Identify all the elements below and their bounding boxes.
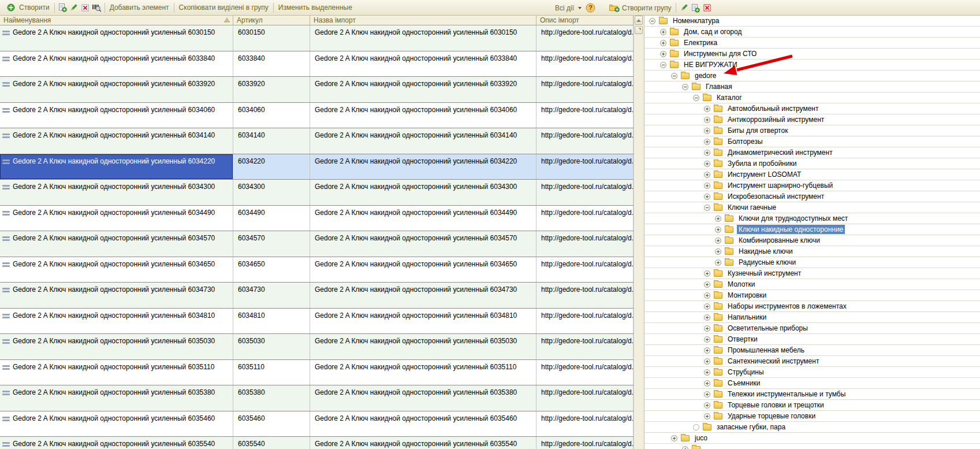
tree-item[interactable]: Монтировки [644, 290, 980, 301]
cell-import-name[interactable]: Gedore 2 A Ключ накидной односторонний у… [310, 283, 536, 308]
tree-expander-icon[interactable] [704, 106, 710, 112]
tree-expander-icon[interactable] [704, 139, 710, 145]
scroll-thumb[interactable] [635, 26, 643, 34]
tree-item[interactable]: Струбцины [644, 367, 980, 378]
cell-article[interactable]: 6033840 [233, 51, 310, 77]
tree-expander-icon[interactable] [704, 281, 710, 288]
tree-item[interactable]: Наборы инструментов в ложементах [644, 301, 980, 312]
tree-expander-icon[interactable] [704, 336, 710, 343]
edit-pencil-icon[interactable] [678, 2, 690, 14]
help-icon[interactable]: ? [584, 2, 596, 14]
cell-article[interactable]: 6034730 [233, 283, 310, 308]
tree-item-label[interactable]: Промышленная мебель [726, 346, 806, 355]
tree-item[interactable]: Отвертки [644, 334, 980, 345]
tree-item-label[interactable]: Струбцины [726, 368, 766, 377]
cell-import-desc[interactable]: http://gedore-tool.ru/catalog/d... [536, 231, 634, 257]
tree-item-label[interactable]: Болторезы [726, 137, 765, 146]
tree-item[interactable]: НЕ ВИГРУЖАТИ [644, 60, 980, 70]
cell-name[interactable]: Gedore 2 A Ключ накидной односторонний у… [0, 283, 233, 308]
cell-name[interactable]: Gedore 2 A Ключ накидной односторонний у… [0, 309, 233, 334]
tree-item[interactable]: Съемники [644, 378, 980, 389]
cell-article[interactable]: 6034060 [233, 103, 310, 128]
tree-expander-icon[interactable] [715, 216, 721, 222]
tree-item-label[interactable]: Искробезопасный инструмент [726, 192, 826, 201]
cell-name[interactable]: Gedore 2 A Ключ накидной односторонний у… [0, 360, 233, 385]
cell-import-name[interactable]: Gedore 2 A Ключ накидной односторонний у… [310, 25, 536, 51]
tree-expander-icon[interactable] [704, 325, 710, 332]
tree-expander-icon[interactable] [660, 62, 666, 68]
tree-item-label[interactable]: Отвертки [726, 335, 759, 344]
cell-import-desc[interactable]: http://gedore-tool.ru/catalog/d... [536, 25, 634, 51]
tree-expander-icon[interactable] [704, 358, 710, 365]
cell-name[interactable]: Gedore 2 A Ключ накидной односторонний у… [0, 154, 233, 180]
tree-expander-icon[interactable] [704, 347, 710, 354]
tree-expander-icon[interactable] [682, 446, 688, 449]
cell-article[interactable]: 6035460 [233, 411, 310, 437]
cell-article[interactable]: 6034140 [233, 128, 310, 154]
tree-item-label[interactable]: Наборы инструментов в ложементах [726, 302, 848, 311]
tree-item[interactable]: Каталог [644, 92, 980, 103]
tree-expander-icon[interactable] [704, 270, 710, 277]
cell-import-desc[interactable]: http://gedore-tool.ru/catalog/d... [536, 103, 634, 128]
cell-name[interactable]: Gedore 2 A Ключ накидной односторонний у… [0, 206, 233, 231]
scroll-up-button[interactable] [635, 16, 643, 25]
cell-article[interactable]: 6034810 [233, 309, 310, 334]
tree-item-label[interactable]: Комбинированные ключи [737, 236, 822, 245]
tree-item[interactable]: Искробезопасный инструмент [644, 191, 980, 202]
cell-import-desc[interactable]: http://gedore-tool.ru/catalog/d... [536, 309, 634, 334]
cell-name[interactable]: Gedore 2 A Ключ накидной односторонний у… [0, 231, 233, 257]
table-row[interactable]: Gedore 2 A Ключ накидной односторонний у… [0, 309, 634, 335]
copy-add-icon[interactable] [690, 2, 701, 14]
tree-item-label[interactable]: Електрика [682, 38, 719, 47]
cell-import-name[interactable]: Gedore 2 A Ключ накидной односторонний у… [310, 309, 536, 334]
table-row[interactable]: Gedore 2 A Ключ накидной односторонний у… [0, 77, 634, 103]
tree-expander-icon[interactable] [704, 183, 710, 189]
cell-name[interactable]: Gedore 2 A Ключ накидной односторонний у… [0, 257, 233, 283]
tree-item-label[interactable]: НЕ ВИГРУЖАТИ [682, 60, 739, 69]
cell-name[interactable]: Gedore 2 A Ключ накидной односторонний у… [0, 77, 233, 102]
tree-item-label[interactable]: Автомобильный инструмент [726, 104, 820, 113]
tree-item-label[interactable]: Сантехнический инструмент [726, 357, 821, 366]
tree-expander-icon[interactable] [649, 18, 655, 24]
cell-import-desc[interactable]: http://gedore-tool.ru/catalog/d... [536, 51, 634, 77]
cell-import-desc[interactable]: http://gedore-tool.ru/catalog/d... [536, 77, 634, 102]
tree-item-label[interactable]: Напильники [726, 313, 768, 322]
cell-import-name[interactable]: Gedore 2 A Ключ накидной односторонний у… [310, 437, 536, 449]
tree-item-label[interactable]: Инструменты для СТО [682, 49, 758, 58]
table-row[interactable]: Gedore 2 A Ключ накидной односторонний у… [0, 257, 634, 283]
barcode-search-icon[interactable] [91, 1, 103, 14]
tree-item-label[interactable]: Ключи для труднодоступных мест [737, 214, 849, 223]
cell-import-name[interactable]: Gedore 2 A Ключ накидной односторонний у… [310, 334, 536, 359]
tree-item[interactable]: Ударные торцевые головки [644, 411, 980, 422]
table-row[interactable]: Gedore 2 A Ключ накидной односторонний у… [0, 334, 634, 360]
cell-import-desc[interactable]: http://gedore-tool.ru/catalog/d... [536, 206, 634, 231]
table-row[interactable]: Gedore 2 A Ключ накидной односторонний у… [0, 103, 634, 129]
tree-expander-icon[interactable] [704, 194, 710, 200]
cell-article[interactable]: 6035030 [233, 334, 310, 359]
tree-expander-icon[interactable] [671, 435, 677, 441]
tree-item-label[interactable]: Молотки [726, 280, 757, 289]
tree-expander-icon[interactable] [704, 413, 710, 420]
tree-item[interactable]: Сантехнический инструмент [644, 356, 980, 367]
mark-delete-icon[interactable] [80, 1, 91, 14]
tree-item-label[interactable]: Главная [704, 82, 734, 91]
tree-item[interactable]: Ключи накидные односторонние [644, 224, 980, 235]
table-row[interactable]: Gedore 2 A Ключ накидной односторонний у… [0, 360, 634, 386]
tree-item[interactable]: Болторезы [644, 136, 980, 147]
cell-import-name[interactable]: Gedore 2 A Ключ накидной односторонний у… [310, 206, 536, 231]
tree-item[interactable]: Напильники [644, 312, 980, 323]
cell-import-name[interactable]: Gedore 2 A Ключ накидной односторонний у… [310, 154, 536, 180]
tree-expander-icon[interactable] [704, 369, 710, 376]
tree-expander-icon[interactable] [704, 150, 710, 156]
cell-article[interactable]: 6035110 [233, 360, 310, 385]
cell-import-desc[interactable]: http://gedore-tool.ru/catalog/d... [536, 283, 634, 308]
cell-name[interactable]: Gedore 2 A Ключ накидной односторонний у… [0, 103, 233, 128]
cell-article[interactable]: 6034300 [233, 180, 310, 205]
tree-item-label[interactable]: Ключи накидные односторонние [737, 225, 845, 234]
cell-import-desc[interactable]: http://gedore-tool.ru/catalog/d... [536, 437, 634, 449]
table-row[interactable]: Gedore 2 A Ключ накидной односторонний у… [0, 25, 634, 51]
tree-item[interactable]: Инструмент LOSOMAT [644, 169, 980, 180]
cell-import-desc[interactable]: http://gedore-tool.ru/catalog/d... [536, 334, 634, 359]
tree-item[interactable]: запасные губки, пара [644, 422, 980, 433]
tree-item-label[interactable]: Съемники [726, 379, 762, 388]
